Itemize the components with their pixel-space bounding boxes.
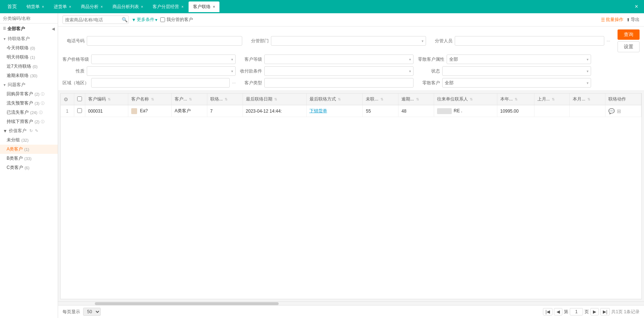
select-retail-customer[interactable]: 全部 ▾ (442, 78, 591, 88)
horizontal-scrollbar[interactable] (58, 301, 644, 305)
collapse-icon[interactable]: ◀ (52, 27, 55, 31)
info-icon[interactable]: ⓘ (39, 110, 43, 115)
select-price-level[interactable]: ▾ (91, 54, 236, 64)
last-page-button[interactable]: ▶| (600, 308, 610, 315)
input-manager[interactable] (455, 36, 604, 46)
sidebar-item-churned[interactable]: 已流失客户 (24) ⓘ (0, 108, 58, 117)
more-filters-button[interactable]: ▼ 更多条件 ▾ (132, 17, 157, 23)
sort-icon[interactable]: ⇅ (470, 97, 473, 101)
scrollbar-thumb[interactable] (95, 302, 279, 305)
sort-icon[interactable]: ⇅ (225, 97, 228, 101)
sidebar-item-class-a[interactable]: A类客户 (1) (0, 145, 58, 154)
nav-tab-customer-contact[interactable]: 客户联络 × (189, 1, 219, 12)
label-region: 区域（地区） (62, 80, 89, 86)
page-input[interactable] (570, 308, 583, 315)
sidebar-item-tomorrow-contact[interactable]: 明天待联络 (1) (0, 53, 58, 62)
row-checkbox[interactable] (77, 108, 82, 113)
filter-row-4: 区域（地区） ··· 客户类型 零散客户 全部 ▾ (62, 78, 640, 88)
filter-row-3: 性质 ▾ 收付款条件 ▾ 状态 (62, 66, 640, 76)
my-customers-checkbox[interactable]: 我分管的客户 (160, 17, 193, 23)
close-icon[interactable]: × (69, 5, 71, 9)
td-last-contact-method[interactable]: 下销货单 (306, 105, 363, 117)
th-overdue: 逾期... ⇅ (398, 93, 434, 105)
settings-button[interactable]: 设置 (618, 41, 640, 52)
nav-tab-customer-segment[interactable]: 客户分层经营 × (148, 1, 188, 12)
sort-icon[interactable]: ⇅ (274, 97, 277, 101)
select-status[interactable]: ▾ (442, 66, 591, 76)
sidebar-item-class-b[interactable]: B类客户 (33) (0, 154, 58, 163)
select-retail-attr[interactable]: 全部 ▾ (447, 54, 591, 64)
sort-icon[interactable]: ⇅ (380, 97, 383, 101)
select-payment[interactable]: ▾ (264, 66, 413, 76)
sidebar-item-repurchase-anomaly[interactable]: 回购异常客户 (2) ⓘ (0, 89, 58, 99)
sort-icon[interactable]: ⇅ (189, 97, 192, 101)
main-layout: 🔍 ⠿ 全部客户 ◀ ▼ 待联络客户 今天待联络 (0) 明天待联络 (1) 近… (0, 13, 644, 318)
filter-row-1: 电话号码 分管部门 ▾ 分管人员 ··· 查询 设置 (62, 29, 640, 52)
gear-icon[interactable]: ⚙ (64, 96, 68, 102)
chat-icon[interactable]: 💬 (608, 108, 615, 114)
close-all-button[interactable]: × (632, 2, 641, 11)
sidebar-item-today-contact[interactable]: 今天待联络 (0) (0, 43, 58, 53)
sort-icon[interactable]: ⇅ (151, 97, 154, 101)
all-customers-header[interactable]: ⠿ 全部客户 ◀ (0, 24, 58, 34)
info-icon[interactable]: ⓘ (41, 101, 44, 106)
nav-tab-purchase[interactable]: 进货单 × (49, 1, 76, 12)
sort-icon[interactable]: ⇅ (338, 97, 341, 101)
sidebar-item-declining[interactable]: 持续下滑客户 (2) ⓘ (0, 117, 58, 126)
my-customers-check[interactable] (160, 17, 165, 22)
prev-page-button[interactable]: ◀ (554, 308, 562, 315)
th-last-contact-date: 最后联络日期 ⇅ (243, 93, 306, 105)
close-icon[interactable]: × (181, 5, 183, 9)
query-button[interactable]: 查询 (618, 29, 640, 40)
group-value-customers[interactable]: ▼ 价值客户 ↻ ✎ (0, 126, 58, 135)
close-icon[interactable]: × (42, 5, 44, 9)
per-page-select[interactable]: 50 (83, 308, 101, 316)
arrow-icon: ▼ (3, 128, 7, 134)
select-all-checkbox[interactable] (77, 96, 82, 101)
input-customer-type[interactable] (264, 78, 413, 88)
sidebar-item-7day-contact[interactable]: 近7天待联络 (0) (0, 62, 58, 71)
dots-icon[interactable]: ··· (607, 38, 610, 43)
td-checkbox[interactable] (74, 105, 85, 117)
info-icon[interactable]: ⓘ (41, 92, 44, 97)
th-checkbox[interactable] (74, 93, 85, 105)
select-department[interactable]: ▾ (271, 36, 426, 46)
sort-icon[interactable]: ⇅ (587, 97, 590, 101)
sidebar-item-churn-warning[interactable]: 流失预警客户 (3) ⓘ (0, 99, 58, 108)
data-table: ⚙ 客户编码 ⇅ 客户名称 ⇅ (61, 93, 641, 117)
refresh-icon[interactable]: ↻ (29, 128, 33, 133)
info-icon[interactable]: ⓘ (41, 119, 44, 124)
close-icon[interactable]: × (213, 5, 215, 9)
dots-icon[interactable]: ··· (232, 80, 236, 85)
sidebar-item-overdue-contact[interactable]: 逾期未联络 (30) (0, 71, 58, 80)
edit-icon[interactable]: ✎ (35, 128, 38, 133)
input-region[interactable] (91, 78, 230, 88)
sort-icon[interactable]: ⇅ (416, 97, 419, 101)
th-gear[interactable]: ⚙ (61, 93, 74, 105)
sidebar-search-input[interactable] (3, 16, 58, 21)
sidebar-item-class-c[interactable]: C类客户 (6) (0, 163, 58, 172)
close-icon[interactable]: × (101, 5, 103, 9)
batch-operation-button[interactable]: ☰ 批量操作 (601, 17, 623, 23)
search-icon[interactable]: 🔍 (122, 17, 128, 22)
nav-tab-product-analysis-list[interactable]: 商品分析列表 × (108, 1, 148, 12)
export-button[interactable]: ⬆ 导出 (626, 17, 640, 23)
next-page-button[interactable]: ▶ (590, 308, 599, 315)
nav-tab-home[interactable]: 首页 (3, 1, 21, 12)
th-contact-person: 往来单位联系人 ⇅ (434, 93, 497, 105)
sidebar-item-unclassified[interactable]: 未分组 (32) (0, 135, 58, 145)
qr-icon[interactable]: ⊞ (617, 108, 621, 114)
nav-tab-sales[interactable]: 销货单 × (22, 1, 49, 12)
sort-icon[interactable]: ⇅ (552, 97, 555, 101)
group-problem-customers[interactable]: ▼ 问题客户 (0, 80, 58, 89)
sort-icon[interactable]: ⇅ (515, 97, 518, 101)
sort-icon[interactable]: ⇅ (108, 97, 111, 101)
close-icon[interactable]: × (141, 5, 143, 9)
nav-tab-product-analysis[interactable]: 商品分析 × (76, 1, 107, 12)
input-phone[interactable] (87, 36, 242, 46)
select-customer-level[interactable]: ▾ (264, 54, 413, 64)
search-input[interactable] (65, 17, 120, 22)
group-pending-contact[interactable]: ▼ 待联络客户 (0, 34, 58, 43)
select-nature[interactable]: ▾ (87, 66, 236, 76)
first-page-button[interactable]: |◀ (543, 308, 552, 315)
